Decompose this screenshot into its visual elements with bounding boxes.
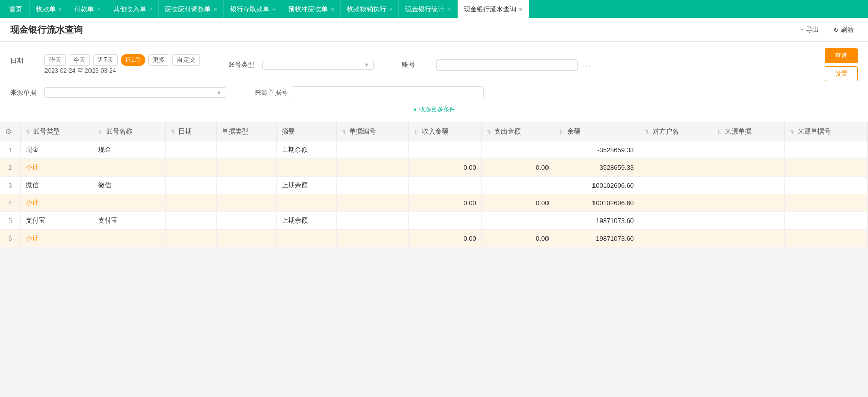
cell-source-doc-no [785,141,868,159]
col-income: ⇅ 收入金额 [409,122,482,141]
cell-account-type: 小计 [20,159,93,177]
collapse-label: 收起更多条件 [419,105,455,114]
cell-balance: 19871073.60 [554,230,639,247]
col-account-type-label: 账号类型 [33,127,60,135]
cell-source-doc-no [785,159,868,177]
account-label: 账号 [402,60,432,69]
cell-account-name: 微信 [93,177,166,194]
cell-doc-type [217,159,277,177]
cell-source-doc [712,177,785,194]
cell-source-doc-no [785,230,868,247]
col-gear: ⚙ [0,122,20,141]
sort-icon-expense[interactable]: ⇅ [487,129,491,135]
col-summary-label: 摘要 [282,127,295,135]
top-navigation: 首页 收款单 × 付款单 × 其他收入单 × 应收应付调整单 × 银行存取款单 … [0,0,868,18]
sort-icon-counterparty[interactable]: ⇅ [645,129,649,135]
cell-counterparty [639,212,712,230]
sort-icon-source-doc[interactable]: ⇅ [717,129,721,135]
date-btn-today[interactable]: 今天 [69,54,90,66]
cell-balance: -3528659.33 [554,159,639,177]
col-counterparty: ⇅ 对方户名 [639,122,712,141]
cell-source-doc-no [785,194,868,212]
table-header: ⚙ ⇅ 账号类型 ⇅ 账号名称 ⇅ 日期 单据类型 摘要 [0,122,868,141]
sort-icon-account-type[interactable]: ⇅ [26,129,30,135]
source-doc-arrow: ▼ [216,90,222,96]
col-doc-type: 单据类型 [217,122,277,141]
sort-icon-doc-no[interactable]: ⇅ [342,129,346,135]
cell-income [409,212,482,230]
cell-expense: 0.00 [481,159,554,177]
collapse-icon: ∧ [413,106,417,113]
nav-item-ar-ap-adjust[interactable]: 应收应付调整单 × [159,0,223,18]
col-account-type: ⇅ 账号类型 [20,122,93,141]
cell-account-type: 支付宝 [20,212,93,230]
nav-close-bank-deposit[interactable]: × [272,6,276,12]
row-num: 2 [0,159,20,177]
account-type-select[interactable]: ▼ [262,60,374,70]
collapse-bar[interactable]: ∧ 收起更多条件 [10,103,858,116]
account-input[interactable] [436,59,578,71]
page-title: 现金银行流水查询 [10,24,83,36]
data-table: ⚙ ⇅ 账号类型 ⇅ 账号名称 ⇅ 日期 单据类型 摘要 [0,122,868,247]
refresh-button[interactable]: ↻ 刷新 [829,23,858,36]
nav-close-cash-bank-stat[interactable]: × [447,6,450,12]
cell-account-name: 现金 [93,141,166,159]
nav-close-cash-bank-flow[interactable]: × [519,6,522,12]
export-button[interactable]: ↑ 导出 [797,23,824,36]
nav-item-recv-verify[interactable]: 收款核销执行 × [341,0,399,18]
nav-label-pre-recv: 预收冲应收单 [288,5,328,14]
refresh-icon: ↻ [833,26,839,34]
nav-close-receipt[interactable]: × [59,6,62,12]
nav-close-payment[interactable]: × [97,6,100,12]
table-row: 5支付宝支付宝上期余额19871073.60 [0,212,868,230]
cell-source-doc [712,212,785,230]
nav-item-cash-bank-stat[interactable]: 现金银行统计 × [399,0,457,18]
account-type-arrow: ▼ [363,62,369,68]
cell-account-name [93,194,166,212]
gear-icon[interactable]: ⚙ [5,127,12,136]
date-btn-1month[interactable]: 近1月 [121,54,146,66]
nav-item-cash-bank-flow[interactable]: 现金银行流水查询 × [458,0,529,18]
settings-button[interactable]: 设置 [825,66,858,81]
nav-close-other-income[interactable]: × [149,6,152,12]
cell-source-doc [712,194,785,212]
sort-icon-balance[interactable]: ⇅ [559,129,563,135]
source-doc-select[interactable]: ▼ [44,87,226,98]
cell-expense: 0.00 [481,194,554,212]
table-body: 1现金现金上期余额-3528659.332小计0.000.00-3528659.… [0,141,868,247]
cell-counterparty [639,141,712,159]
col-source-doc: ⇅ 来源单据 [712,122,785,141]
row-num: 1 [0,141,20,159]
cell-counterparty [639,194,712,212]
date-btn-7days[interactable]: 近7天 [93,54,118,66]
nav-item-home[interactable]: 首页 [2,0,30,18]
cell-date [165,230,216,247]
col-balance-label: 余额 [567,127,580,135]
nav-label-bank-deposit: 银行存取款单 [230,5,269,14]
date-btn-yesterday[interactable]: 昨天 [44,54,66,66]
sort-icon-date[interactable]: ⇅ [171,129,175,135]
cell-date [165,159,216,177]
nav-item-payment[interactable]: 付款单 × [68,0,107,18]
export-icon: ↑ [801,26,804,34]
nav-item-receipt[interactable]: 收款单 × [30,0,68,18]
nav-close-ar-ap-adjust[interactable]: × [214,6,217,12]
nav-close-recv-verify[interactable]: × [389,6,392,12]
account-dots[interactable]: ... [582,60,591,69]
nav-close-pre-recv[interactable]: × [331,6,334,12]
sort-icon-income[interactable]: ⇅ [414,129,418,135]
query-button[interactable]: 查询 [825,48,858,63]
date-btn-more[interactable]: 更多 [148,54,169,66]
cell-account-type: 微信 [20,177,93,194]
table-row: 3微信微信上期余额100102606.60 [0,177,868,194]
sort-icon-source-doc-no[interactable]: ⇅ [790,129,794,135]
nav-item-bank-deposit[interactable]: 银行存取款单 × [224,0,282,18]
sort-icon-account-name[interactable]: ⇅ [98,129,102,135]
nav-item-pre-recv[interactable]: 预收冲应收单 × [282,0,340,18]
date-btn-custom[interactable]: 自定义 [172,54,200,66]
cell-income [409,177,482,194]
nav-item-other-income[interactable]: 其他收入单 × [107,0,159,18]
cell-expense [481,177,554,194]
source-doc-no-input[interactable] [292,86,484,98]
cell-summary [277,194,336,212]
